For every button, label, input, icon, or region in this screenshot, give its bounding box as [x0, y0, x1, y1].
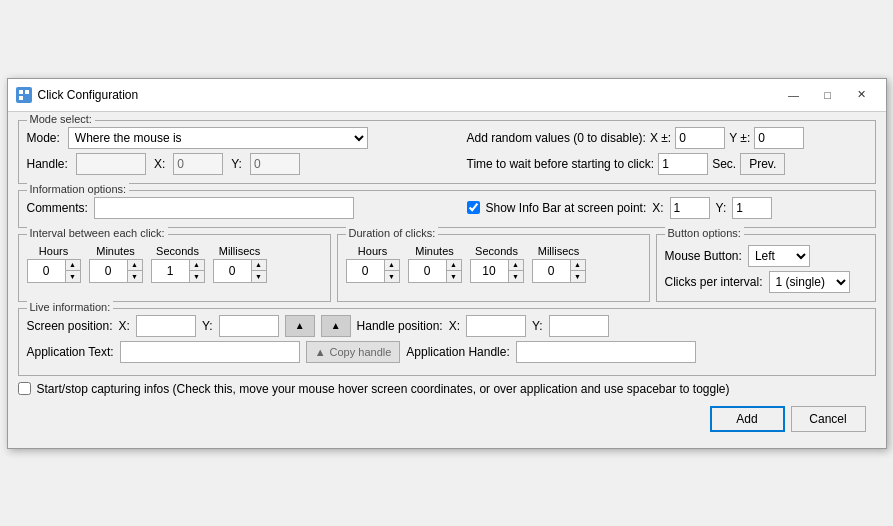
interval-hours-up[interactable]: ▲ [66, 260, 80, 271]
duration-millisecs-spin[interactable]: ▲ ▼ [532, 259, 586, 283]
interval-hours-down[interactable]: ▼ [66, 271, 80, 282]
duration-minutes-spin[interactable]: ▲ ▼ [408, 259, 462, 283]
duration-millisecs-up[interactable]: ▲ [571, 260, 585, 271]
y-label-mode: Y: [231, 157, 242, 171]
arrow-up-button[interactable]: ▲ [285, 315, 315, 337]
interval-millisecs-input[interactable] [214, 260, 252, 282]
info-options-group: Information options: Comments: Show Info… [18, 190, 876, 228]
interval-minutes-up[interactable]: ▲ [128, 260, 142, 271]
capture-label: Start/stop capturing infos (Check this, … [37, 382, 730, 396]
duration-hours-down[interactable]: ▼ [385, 271, 399, 282]
interval-seconds-down[interactable]: ▼ [190, 271, 204, 282]
duration-seconds-down[interactable]: ▼ [509, 271, 523, 282]
mouse-button-dropdown[interactable]: Left Right Middle [748, 245, 810, 267]
interval-hours-label: Hours [39, 245, 68, 257]
interval-seconds-spin[interactable]: ▲ ▼ [151, 259, 205, 283]
wait-label: Time to wait before starting to click: [467, 157, 655, 171]
screen-x-input[interactable] [136, 315, 196, 337]
button-options-label: Button options: [665, 227, 744, 239]
duration-minutes-input[interactable] [409, 260, 447, 282]
duration-seconds-up[interactable]: ▲ [509, 260, 523, 271]
random-label: Add random values (0 to disable): [467, 131, 646, 145]
app-handle-label: Application Handle: [406, 345, 509, 359]
handle-x-label: X: [449, 319, 460, 333]
duration-millisecs-input[interactable] [533, 260, 571, 282]
interval-minutes-down[interactable]: ▼ [128, 271, 142, 282]
duration-hours-label: Hours [358, 245, 387, 257]
interval-seconds-input[interactable] [152, 260, 190, 282]
interval-minutes-input[interactable] [90, 260, 128, 282]
sec-label: Sec. [712, 157, 736, 171]
svg-rect-0 [19, 90, 23, 94]
live-info-label: Live information: [27, 301, 114, 313]
duration-minutes-up[interactable]: ▲ [447, 260, 461, 271]
duration-hours-up[interactable]: ▲ [385, 260, 399, 271]
screen-y-label: Y: [202, 319, 213, 333]
interval-label: Interval between each click: [27, 227, 168, 239]
duration-millisecs-down[interactable]: ▼ [571, 271, 585, 282]
interval-millisecs-up[interactable]: ▲ [252, 260, 266, 271]
prev-button[interactable]: Prev. [740, 153, 785, 175]
interval-hours-input[interactable] [28, 260, 66, 282]
wait-input[interactable] [658, 153, 708, 175]
app-handle-input[interactable] [516, 341, 696, 363]
copy-handle-button[interactable]: ▲ Copy handle [306, 341, 401, 363]
interval-seconds-label: Seconds [156, 245, 199, 257]
svg-rect-2 [19, 96, 23, 100]
x-input-mode[interactable] [173, 153, 223, 175]
duration-seconds-spin[interactable]: ▲ ▼ [470, 259, 524, 283]
main-window: Click Configuration — □ ✕ Mode select: M… [7, 78, 887, 449]
mode-dropdown[interactable]: Where the mouse is Fixed position Find i… [68, 127, 368, 149]
close-button[interactable]: ✕ [846, 85, 878, 105]
info-y-input[interactable] [732, 197, 772, 219]
clicks-dropdown[interactable]: 1 (single) 2 (double) 3 (triple) [769, 271, 850, 293]
app-text-input[interactable] [120, 341, 300, 363]
arrow-up2-button[interactable]: ▲ [321, 315, 351, 337]
app-icon [16, 87, 32, 103]
interval-seconds-up[interactable]: ▲ [190, 260, 204, 271]
y-rand-label: Y ±: [729, 131, 750, 145]
capture-checkbox[interactable] [18, 382, 31, 395]
x-rand-input[interactable] [675, 127, 725, 149]
info-x-label: X: [652, 201, 663, 215]
duration-millisecs-label: Millisecs [538, 245, 580, 257]
show-info-checkbox[interactable] [467, 201, 480, 214]
comments-label: Comments: [27, 201, 88, 215]
window-title: Click Configuration [38, 88, 139, 102]
mode-select-group: Mode select: Mode: Where the mouse is Fi… [18, 120, 876, 184]
duration-minutes-down[interactable]: ▼ [447, 271, 461, 282]
duration-label: Duration of clicks: [346, 227, 439, 239]
info-x-input[interactable] [670, 197, 710, 219]
duration-seconds-input[interactable] [471, 260, 509, 282]
duration-hours-spin[interactable]: ▲ ▼ [346, 259, 400, 283]
screen-y-input[interactable] [219, 315, 279, 337]
maximize-button[interactable]: □ [812, 85, 844, 105]
clicks-label: Clicks per interval: [665, 275, 763, 289]
duration-seconds-label: Seconds [475, 245, 518, 257]
screen-pos-label: Screen position: [27, 319, 113, 333]
app-text-label: Application Text: [27, 345, 114, 359]
comments-input[interactable] [94, 197, 354, 219]
handle-label: Handle: [27, 157, 68, 171]
show-info-label: Show Info Bar at screen point: [486, 201, 647, 215]
handle-y-input[interactable] [549, 315, 609, 337]
duration-hours-input[interactable] [347, 260, 385, 282]
info-y-label: Y: [716, 201, 727, 215]
minimize-button[interactable]: — [778, 85, 810, 105]
interval-group: Interval between each click: Hours ▲ ▼ [18, 234, 331, 302]
interval-millisecs-down[interactable]: ▼ [252, 271, 266, 282]
x-label-mode: X: [154, 157, 165, 171]
handle-x-input[interactable] [466, 315, 526, 337]
interval-minutes-spin[interactable]: ▲ ▼ [89, 259, 143, 283]
cancel-button[interactable]: Cancel [791, 406, 866, 432]
mode-select-label: Mode select: [27, 113, 95, 125]
add-button[interactable]: Add [710, 406, 785, 432]
interval-minutes-label: Minutes [96, 245, 135, 257]
main-content: Mode select: Mode: Where the mouse is Fi… [8, 112, 886, 448]
y-rand-input[interactable] [754, 127, 804, 149]
interval-millisecs-spin[interactable]: ▲ ▼ [213, 259, 267, 283]
handle-input[interactable] [76, 153, 146, 175]
y-input-mode[interactable] [250, 153, 300, 175]
handle-pos-label: Handle position: [357, 319, 443, 333]
interval-hours-spin[interactable]: ▲ ▼ [27, 259, 81, 283]
